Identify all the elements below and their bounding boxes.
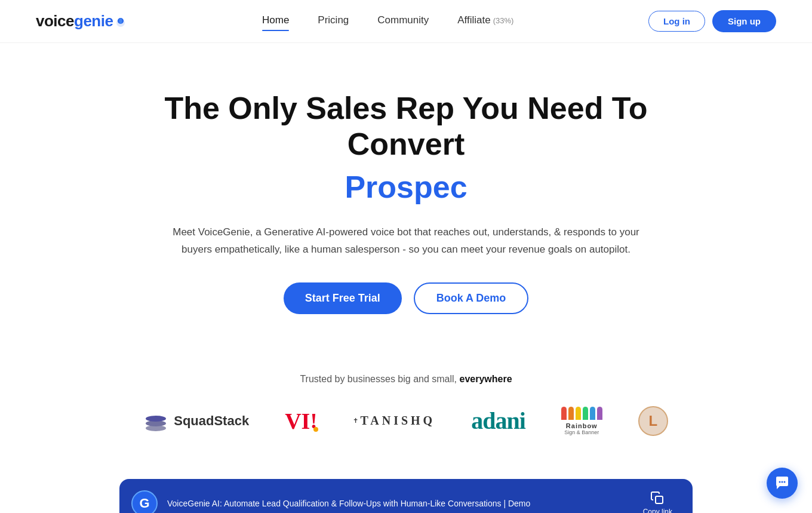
vi-dot bbox=[313, 427, 318, 432]
copy-label: Copy link bbox=[643, 508, 672, 513]
logo-squadstack: SquadStack bbox=[144, 409, 249, 433]
svg-point-6 bbox=[779, 481, 781, 483]
logo-circle: L bbox=[638, 406, 668, 436]
svg-rect-5 bbox=[656, 496, 663, 503]
nav-link-affiliate[interactable]: Affiliate(33%) bbox=[457, 14, 513, 29]
circle-label: L bbox=[648, 413, 657, 429]
tanishq-label: TANISHQ bbox=[360, 414, 435, 428]
video-title: VoiceGenie AI: Automate Lead Qualificati… bbox=[167, 499, 625, 508]
nav-link-pricing[interactable]: Pricing bbox=[318, 14, 349, 29]
nav-link-community[interactable]: Community bbox=[377, 14, 429, 29]
hero-title-line2: Prospec bbox=[24, 167, 788, 208]
svg-point-8 bbox=[784, 481, 786, 483]
hero-title-line1: The Only Sales Rep You Need To Convert bbox=[137, 91, 675, 162]
video-avatar: g bbox=[131, 490, 158, 513]
nav-actions: Log in Sign up bbox=[648, 10, 776, 32]
login-button[interactable]: Log in bbox=[648, 11, 705, 32]
logo-rainbow: Rainbow Sign & Banner bbox=[561, 407, 602, 435]
signup-button[interactable]: Sign up bbox=[712, 10, 776, 32]
vi-label: VI bbox=[285, 408, 310, 434]
svg-point-4 bbox=[146, 416, 166, 422]
video-card: g VoiceGenie AI: Automate Lead Qualifica… bbox=[119, 479, 693, 513]
chat-icon bbox=[774, 475, 790, 491]
hero-section: The Only Sales Rep You Need To Convert P… bbox=[0, 43, 812, 374]
logo-adani: adani bbox=[471, 407, 525, 435]
nav-link-home[interactable]: Home bbox=[262, 14, 289, 29]
tanishq-symbol: ✝ bbox=[353, 417, 360, 425]
trusted-label: Trusted by businesses big and small, eve… bbox=[24, 374, 788, 385]
rainbow-stripes bbox=[561, 407, 602, 420]
affiliate-badge: (33%) bbox=[493, 16, 514, 25]
partner-logos: SquadStack VI ! ✝ TANISHQ adani bbox=[24, 406, 788, 436]
chat-bubble[interactable] bbox=[767, 468, 798, 499]
rainbow-label: Rainbow bbox=[566, 422, 598, 429]
adani-label: adani bbox=[471, 407, 525, 435]
svg-point-7 bbox=[782, 481, 783, 483]
logo-icon bbox=[114, 14, 127, 27]
copy-icon bbox=[650, 491, 665, 505]
logo[interactable]: voicegenie bbox=[36, 12, 127, 30]
hero-buttons: Start Free Trial Book A Demo bbox=[24, 282, 788, 314]
logo-genie: genie bbox=[74, 12, 113, 30]
hero-description: Meet VoiceGenie, a Generative AI-powered… bbox=[167, 224, 645, 259]
start-trial-button[interactable]: Start Free Trial bbox=[284, 282, 402, 314]
logo-tanishq: ✝ TANISHQ bbox=[353, 414, 435, 428]
book-demo-button[interactable]: Book A Demo bbox=[414, 282, 529, 314]
logo-vi: VI ! bbox=[285, 408, 317, 434]
logo-voice: voice bbox=[36, 12, 74, 30]
rainbow-sublabel: Sign & Banner bbox=[564, 429, 599, 435]
navbar: voicegenie Home Pricing Community Affili… bbox=[0, 0, 812, 43]
nav-links: Home Pricing Community Affiliate(33%) bbox=[262, 14, 513, 29]
trusted-section: Trusted by businesses big and small, eve… bbox=[0, 374, 812, 460]
squadstack-label: SquadStack bbox=[174, 413, 249, 429]
squadstack-icon bbox=[144, 409, 168, 433]
copy-link-button[interactable]: Copy link bbox=[635, 487, 681, 513]
